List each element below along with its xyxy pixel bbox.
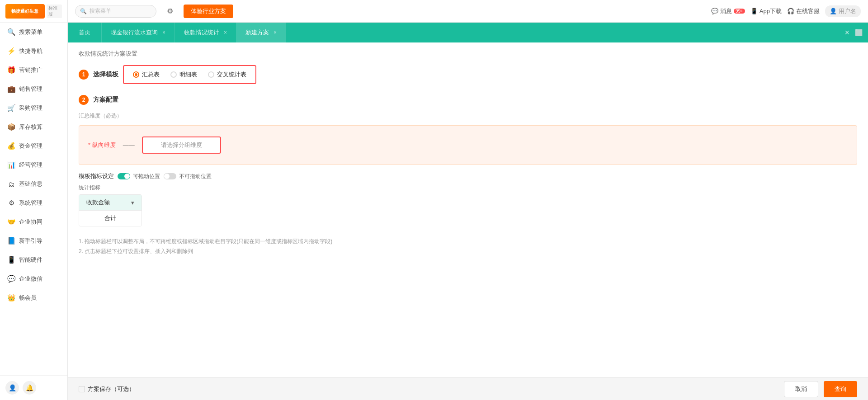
sidebar-item-search[interactable]: 🔍搜索菜单 [0,23,67,42]
radio-crosstab-dot[interactable] [208,71,214,78]
topbar-actions: 💬 消息 99+ 📱 App下载 🎧 在线客服 👤 用户名 [711,5,861,17]
non-draggable-toggle[interactable] [164,173,176,179]
sidebar-item-beginner-guide[interactable]: 📘新手引导 [0,231,67,250]
save-checkbox[interactable] [79,386,85,392]
sidebar-item-label-operations: 经营管理 [19,161,42,169]
sidebar-item-label-system: 系统管理 [19,199,42,207]
settings-gear-btn[interactable]: ⚙ [164,5,176,18]
indicator-header[interactable]: 收款金额 ▾ [79,195,142,211]
step1-num: 1 [79,70,89,80]
search-icon: 🔍 [80,8,87,14]
topbar: 🔍 搜索菜单 ⚙ 体验行业方案 💬 消息 99+ 📱 App下载 🎧 在线客服 … [68,0,868,23]
search-placeholder-text: 搜索菜单 [90,7,111,15]
query-btn[interactable]: 查询 [824,381,857,397]
notification-badge: 99+ [734,9,745,14]
sidebar-item-member[interactable]: 👑畅会员 [0,288,67,307]
tips-section: 1. 拖动标题栏可以调整布局，不可跨维度或指标区域拖动栏目字段(只能在同一维度或… [79,237,857,256]
purchase-icon: 🛒 [7,104,15,112]
dimension-label: * 纵向维度 [88,141,116,149]
tab-spacer [286,23,839,42]
sidebar: 畅捷通好生意 标准版 🔍搜索菜单⚡快捷导航🎁营销推广💼销售管理🛒采购管理📦库存核… [0,0,68,400]
tab-receipts-stats-close[interactable]: × [224,29,227,36]
step2-title: 方案配置 [93,96,118,104]
radio-crosstab-label: 交叉统计表 [217,71,246,79]
tabbar: 首页 现金银行流水查询 × 收款情况统计 × 新建方案 × × ⬜ [68,23,868,42]
save-option-label: 方案保存（可选） [88,385,135,393]
template-selector: 汇总表 明细表 交叉统计表 [123,65,256,84]
dropdown-icon[interactable]: ▾ [131,199,134,206]
page-title: 收款情况统计方案设置 [79,50,857,58]
radio-detail-dot[interactable] [170,71,177,78]
tab-bank-flow-label: 现金银行流水查询 [111,28,158,37]
toggle-knob-2 [164,174,170,179]
sidebar-item-inventory[interactable]: 📦库存核算 [0,118,67,136]
radio-detail[interactable]: 明细表 [170,71,197,79]
sidebar-item-finance[interactable]: 💰资金管理 [0,136,67,155]
sidebar-item-quick-nav[interactable]: ⚡快捷导航 [0,42,67,61]
sales-icon: 💼 [7,85,15,93]
sidebar-footer-icon-1[interactable]: 👤 [5,381,19,395]
bottom-bar: 方案保存（可选） 取消 查询 [68,377,868,400]
search-icon: 🔍 [7,28,15,36]
sidebar-item-label-enterprise-collab: 企业协同 [19,218,42,226]
sidebar-item-operations[interactable]: 📊经营管理 [0,155,67,174]
sidebar-item-enterprise-collab[interactable]: 🤝企业协同 [0,212,67,231]
indicator-title-row: 模板指标设定 可拖动位置 不可拖动位置 [79,172,857,180]
step2-header: 2 方案配置 [79,95,857,105]
sidebar-item-enterprise-wechat[interactable]: 💬企业微信 [0,269,67,288]
online-service-btn[interactable]: 🎧 在线客服 [787,7,820,15]
indicator-section: 模板指标设定 可拖动位置 不可拖动位置 [79,172,857,228]
tab-new-scheme[interactable]: 新建方案 × [236,23,286,42]
quick-nav-icon: ⚡ [7,47,15,55]
smart-hardware-icon: 📱 [7,256,15,264]
sidebar-item-label-enterprise-wechat: 企业微信 [19,275,42,283]
industry-solution-btn[interactable]: 体验行业方案 [184,5,233,18]
sidebar-item-label-inventory: 库存核算 [19,123,42,131]
dimension-area: * 纵向维度 —— 请选择分组维度 [79,125,857,165]
step1-section: 1 选择模板 汇总表 明细表 交叉统计表 [79,65,857,84]
bottom-right-btns: 取消 查询 [784,381,857,397]
radio-crosstab[interactable]: 交叉统计表 [208,71,246,79]
sidebar-item-marketing[interactable]: 🎁营销推广 [0,61,67,80]
radio-summary-dot[interactable] [133,71,139,78]
enterprise-wechat-icon: 💬 [7,275,15,283]
window-close-btn[interactable]: × [844,28,849,38]
indicator-section-title: 模板指标设定 [79,172,114,180]
tab-new-scheme-close[interactable]: × [274,29,277,36]
sidebar-item-sales[interactable]: 💼销售管理 [0,80,67,99]
tab-bank-flow-close[interactable]: × [162,29,165,36]
member-icon: 👑 [7,294,15,302]
sidebar-item-label-marketing: 营销推广 [19,66,42,74]
search-bar[interactable]: 🔍 搜索菜单 [75,5,156,18]
tip-1: 1. 拖动标题栏可以调整布局，不可跨维度或指标区域拖动栏目字段(只能在同一维度或… [79,237,857,247]
tab-bank-flow[interactable]: 现金银行流水查询 × [102,23,175,42]
indicator-table-container: 统计指标 收款金额 ▾ 合计 [79,184,857,228]
cancel-btn[interactable]: 取消 [784,381,818,397]
app-download-btn[interactable]: 📱 App下载 [750,7,782,15]
step2-section: 2 方案配置 汇总维度（必选） * 纵向维度 —— 请选择分组维度 模板指标设定 [79,95,857,256]
user-avatar-btn[interactable]: 👤 用户名 [825,5,861,17]
sidebar-item-system[interactable]: ⚙系统管理 [0,193,67,212]
window-maximize-btn[interactable]: ⬜ [855,29,863,36]
sidebar-item-smart-hardware[interactable]: 📱智能硬件 [0,250,67,269]
draggable-toggle[interactable] [118,173,130,179]
notification-btn[interactable]: 💬 消息 99+ [711,7,745,15]
sidebar-item-purchase[interactable]: 🛒采购管理 [0,99,67,118]
dimension-subtitle: 汇总维度（必选） [79,112,857,120]
draggable-toggle-label: 可拖动位置 [118,173,160,180]
stats-indicator-label: 统计指标 [79,184,857,192]
tab-receipts-stats[interactable]: 收款情况统计 × [175,23,236,42]
tab-home[interactable]: 首页 [68,23,102,42]
sidebar-item-label-search: 搜索菜单 [19,28,42,36]
dimension-select[interactable]: 请选择分组维度 [142,136,221,154]
sidebar-item-basic-info[interactable]: 🗂基础信息 [0,174,67,193]
download-icon: 📱 [750,8,758,14]
marketing-icon: 🎁 [7,66,15,74]
sidebar-item-label-purchase: 采购管理 [19,104,42,112]
service-icon: 🎧 [787,8,794,14]
tip-2: 2. 点击标题栏下拉可设置排序、插入列和删除列 [79,247,857,257]
version-badge: 标准版 [47,5,62,18]
content-area: 收款情况统计方案设置 1 选择模板 汇总表 明细表 [68,42,868,400]
sidebar-footer-icon-2[interactable]: 🔔 [23,381,36,395]
radio-summary[interactable]: 汇总表 [133,71,160,79]
